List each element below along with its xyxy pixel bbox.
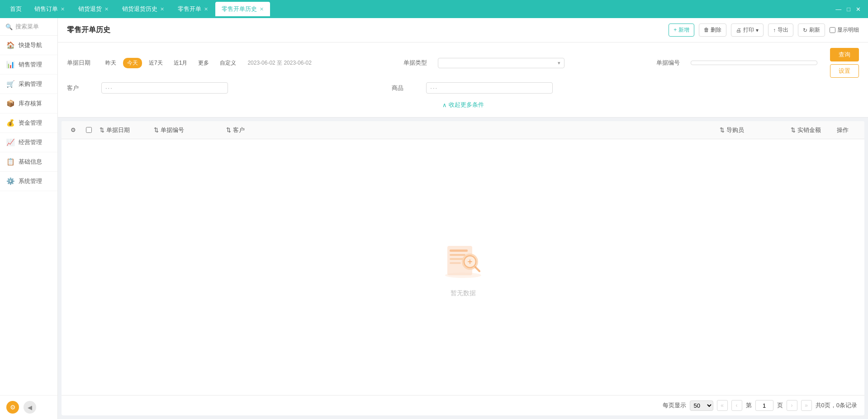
tab-retail-open[interactable]: 零售开单 ✕	[171, 2, 214, 16]
display-detail-checkbox[interactable]	[830, 27, 835, 33]
export-button[interactable]: ↑ 导出	[768, 24, 793, 37]
tab-sales-return-history-close[interactable]: ✕	[160, 6, 164, 12]
first-page-btn[interactable]: «	[717, 400, 728, 411]
next-page-btn[interactable]: ›	[787, 400, 797, 411]
goods-label: 商品	[392, 84, 419, 92]
col-amount-label: 实销金额	[797, 126, 821, 134]
svg-rect-5	[450, 262, 461, 264]
sidebar-item-sys-mgmt[interactable]: ⚙️ 系统管理	[0, 172, 57, 191]
date-btn-more[interactable]: 更多	[194, 58, 213, 68]
display-detail-check[interactable]: 显示明细	[830, 26, 859, 34]
sort-icon-amount[interactable]: ⇅	[791, 127, 796, 133]
sidebar-item-finance-label: 资金管理	[19, 119, 42, 127]
collapse-label: 收起更多条件	[449, 101, 484, 109]
window-max-btn[interactable]: □	[847, 6, 850, 13]
collapse-more-btn[interactable]: ∧ 收起更多条件	[67, 98, 859, 112]
sidebar-search[interactable]: 🔍 搜索菜单	[0, 18, 57, 36]
tab-retail-open-history-label: 零售开单历史	[222, 5, 257, 13]
sort-icon-date[interactable]: ⇅	[100, 127, 104, 133]
sidebar-item-basic-info-label: 基础信息	[19, 158, 42, 166]
tab-sales-return-close[interactable]: ✕	[104, 6, 109, 12]
tab-retail-open-close[interactable]: ✕	[204, 6, 208, 12]
page-title: 零售开单历史	[67, 25, 110, 35]
sidebar-item-basic-info[interactable]: 📋 基础信息	[0, 152, 57, 172]
query-button[interactable]: 查询	[830, 48, 859, 61]
operations-icon: 📈	[6, 138, 15, 146]
filter-area: 单据日期 昨天 今天 近7天 近1月 更多 自定义 2023-06-02 至 2…	[58, 42, 868, 118]
date-btn-custom[interactable]: 自定义	[216, 58, 240, 68]
svg-line-8	[475, 267, 479, 271]
sidebar-item-inventory[interactable]: 📦 库存核算	[0, 94, 57, 113]
customer-input[interactable]: ···	[101, 82, 228, 94]
svg-rect-3	[450, 254, 465, 256]
date-btn-last7[interactable]: 近7天	[145, 58, 167, 68]
window-min-btn[interactable]: —	[835, 6, 841, 13]
sidebar-item-finance[interactable]: 💰 资金管理	[0, 113, 57, 133]
sort-icon-num[interactable]: ⇅	[154, 127, 159, 133]
sidebar-item-operations[interactable]: 📈 经营管理	[0, 133, 57, 152]
tab-retail-open-history-close[interactable]: ✕	[260, 6, 264, 12]
total-info: 共0页，0条记录	[816, 401, 857, 410]
table-settings-btn[interactable]: ⚙	[65, 127, 81, 133]
svg-rect-2	[450, 250, 468, 252]
page-input[interactable]	[755, 400, 773, 411]
add-button[interactable]: + 新增	[669, 24, 694, 37]
sidebar-item-purchase-mgmt-label: 采购管理	[19, 80, 42, 88]
bill-type-label: 单据类型	[403, 59, 431, 67]
window-close-btn[interactable]: ✕	[856, 6, 861, 13]
purchase-mgmt-icon: 🛒	[6, 80, 15, 88]
refresh-button[interactable]: ↻ 刷新	[798, 24, 825, 37]
tab-sales-return[interactable]: 销货退货 ✕	[72, 2, 115, 16]
filter-row-customer: 客户 ··· 商品 ···	[67, 82, 859, 94]
col-date-label: 单据日期	[106, 126, 130, 134]
tab-retail-open-history[interactable]: 零售开单历史 ✕	[215, 2, 270, 16]
sidebar: 🔍 搜索菜单 🏠 快捷导航 📊 销售管理 🛒 采购管理 📦 库存核算 💰 资金管…	[0, 18, 58, 419]
sidebar-search-label: 搜索菜单	[15, 23, 39, 31]
date-btn-yesterday[interactable]: 昨天	[101, 58, 120, 68]
sidebar-item-sales-mgmt-label: 销售管理	[19, 61, 42, 69]
table-select-all[interactable]	[81, 127, 96, 133]
delete-button[interactable]: 🗑 删除	[699, 24, 726, 37]
bill-num-input[interactable]	[691, 61, 817, 65]
select-all-checkbox[interactable]	[86, 127, 92, 133]
tab-sales-order-close[interactable]: ✕	[61, 6, 65, 12]
quick-nav-icon: 🏠	[6, 41, 15, 49]
export-icon: ↑	[773, 27, 776, 33]
print-button[interactable]: 🖨 打印 ▾	[731, 24, 764, 37]
per-page-select[interactable]: 50 10 20 100	[690, 400, 713, 411]
export-label: 导出	[778, 26, 788, 34]
date-btn-today[interactable]: 今天	[123, 58, 142, 68]
tab-sales-return-history[interactable]: 销货退货历史 ✕	[116, 2, 171, 16]
customer-label: 客户	[67, 84, 94, 92]
sort-icon-customer[interactable]: ⇅	[226, 127, 231, 133]
goods-placeholder: ···	[430, 85, 438, 91]
tab-sales-order[interactable]: 销售订单 ✕	[28, 2, 71, 16]
search-icon: 🔍	[5, 24, 13, 30]
col-header-action: 操作	[825, 126, 861, 134]
refresh-icon: ↻	[803, 27, 807, 33]
collapse-sidebar-button[interactable]: ◀	[24, 401, 36, 414]
per-page-label: 每页显示	[663, 401, 686, 410]
toolbar: + 新增 🗑 删除 🖨 打印 ▾ ↑ 导出 ↻ 刷新 显示明细	[669, 24, 859, 37]
sidebar-item-quick-nav[interactable]: 🏠 快捷导航	[0, 36, 57, 55]
col-customer-label: 客户	[233, 126, 245, 134]
table-container: ⚙ ⇅ 单据日期 ⇅ 单据编号 ⇅ 客户 ⇅ 导购员	[62, 121, 864, 415]
date-btn-last1m[interactable]: 近1月	[170, 58, 192, 68]
gear-button[interactable]: ⚙	[6, 401, 19, 414]
sort-icon-guide[interactable]: ⇅	[720, 127, 725, 133]
bill-type-select[interactable]: ▾	[438, 58, 564, 68]
tab-home[interactable]: 首页	[4, 2, 28, 16]
filter-row-date: 单据日期 昨天 今天 近7天 近1月 更多 自定义 2023-06-02 至 2…	[67, 48, 859, 78]
goods-input[interactable]: ···	[426, 82, 553, 94]
prev-page-btn[interactable]: ‹	[731, 400, 742, 411]
main-layout: 🔍 搜索菜单 🏠 快捷导航 📊 销售管理 🛒 采购管理 📦 库存核算 💰 资金管…	[0, 18, 868, 419]
refresh-label: 刷新	[809, 26, 820, 34]
inventory-icon: 📦	[6, 99, 15, 108]
sidebar-item-purchase-mgmt[interactable]: 🛒 采购管理	[0, 75, 57, 94]
table-header: ⚙ ⇅ 单据日期 ⇅ 单据编号 ⇅ 客户 ⇅ 导购员	[62, 121, 864, 139]
sidebar-item-sales-mgmt[interactable]: 📊 销售管理	[0, 55, 57, 75]
settings-button[interactable]: 设置	[830, 64, 859, 78]
col-header-date: ⇅ 单据日期	[96, 126, 150, 134]
customer-placeholder: ···	[105, 85, 113, 91]
last-page-btn[interactable]: »	[801, 400, 812, 411]
